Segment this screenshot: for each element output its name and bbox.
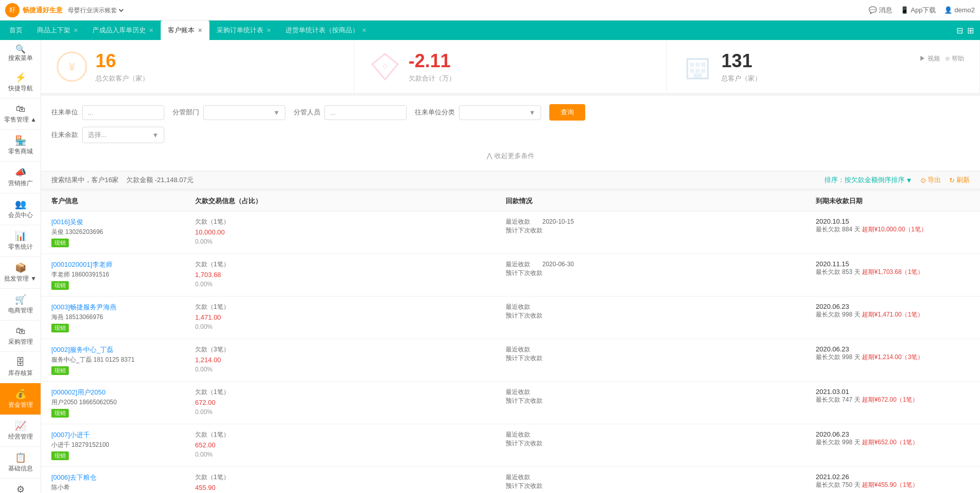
filter-collapse-btn[interactable]: ⋀ 收起更多条件: [51, 149, 970, 163]
filter-input-person[interactable]: ...: [324, 105, 407, 120]
user-avatar[interactable]: 👤 demo2: [944, 6, 975, 14]
collection-next-0: 预计下次收款: [506, 226, 816, 235]
collection-label-3: 最近收款: [506, 345, 816, 354]
customer-name-2[interactable]: [0003]畅捷服务尹海燕: [51, 303, 195, 312]
sidebar-item-basic-info[interactable]: 📋 基础信息: [0, 447, 41, 479]
query-button[interactable]: 查询: [549, 104, 585, 121]
debt-amount-5[interactable]: 652.00: [195, 441, 506, 449]
tab-close-purchase[interactable]: ✕: [266, 27, 271, 34]
cell-debt-3: 欠款（3笔） 1,214.00 0.00%: [195, 345, 506, 373]
tab-close-customer[interactable]: ✕: [198, 27, 202, 34]
app-icon: 📱: [900, 6, 909, 14]
sidebar-item-system[interactable]: ⚙ 系统管理: [0, 479, 41, 493]
app-download-btn[interactable]: 📱 App下载: [900, 6, 936, 15]
message-btn[interactable]: 💬 消息: [869, 6, 892, 15]
filter-select-dept[interactable]: ▼: [203, 105, 285, 120]
collection-label-6: 最近收款: [506, 473, 816, 482]
filter-select-balance[interactable]: 选择... ▼: [82, 127, 164, 143]
filter-input-unit[interactable]: ...: [82, 105, 164, 120]
debt-amount-2[interactable]: 1,471.00: [195, 313, 506, 321]
sidebar-search[interactable]: 🔍 搜索菜单: [0, 40, 41, 67]
stat-card-total-customers: 131 总客户（家） ▶ 视频 ⊙ 帮助: [667, 40, 980, 93]
cell-customer-2: [0003]畅捷服务尹海燕 海燕 18513066976 现销: [51, 303, 195, 332]
tab-customer-account[interactable]: 客户账本 ✕: [161, 21, 209, 40]
tab-purchase-order[interactable]: 采购订单统计表 ✕: [209, 21, 278, 40]
overdue-amount-2[interactable]: 超期¥1,471.00（1笔）: [862, 311, 924, 318]
sidebar-item-purchase[interactable]: 🛍 采购管理: [0, 321, 41, 352]
collection-label-2: 最近收款: [506, 303, 816, 311]
video-btn[interactable]: ▶ 视频: [919, 54, 939, 63]
sidebar-item-members[interactable]: 👥 会员中心: [0, 193, 41, 225]
svg-rect-10: [701, 69, 705, 73]
ecommerce-icon: 🛒: [15, 294, 26, 305]
customer-name-4[interactable]: [000002]用户2050: [51, 388, 195, 397]
tab-close-products[interactable]: ✕: [149, 27, 153, 34]
sidebar-item-marketing[interactable]: 📣 营销推广: [0, 162, 41, 193]
customer-name-3[interactable]: [0002]服务中心_丁磊: [51, 345, 195, 354]
customer-name-5[interactable]: [0007]小进千: [51, 430, 195, 440]
tab-expand-icon[interactable]: ⊞: [967, 26, 974, 35]
overdue-amount-1[interactable]: 超期¥1,703.68（1笔）: [862, 268, 924, 275]
main-layout: 🔍 搜索菜单 ⚡ 快捷导航 🛍 零售管理 ▲ 🏪 零售商城 📣 营销推广 👥 会…: [0, 40, 980, 493]
debt-amount-1[interactable]: 1,703.68: [195, 271, 506, 279]
debt-amount-6[interactable]: 455.90: [195, 484, 506, 491]
filter-row-1: 往来单位 ... 分管部门 ▼ 分管人员 ...: [51, 104, 970, 121]
debt-percent-5: 0.00%: [195, 451, 506, 458]
due-date-5: 2020.06.23: [816, 430, 970, 438]
debt-amount-0[interactable]: 10,000.00: [195, 228, 506, 236]
collection-label-1: 最近收款 2020-06-30: [506, 260, 816, 269]
svg-rect-9: [696, 69, 700, 73]
sidebar-item-inventory[interactable]: 🗄 库存核算: [0, 352, 41, 383]
sidebar-item-finance[interactable]: 💰 资金管理: [0, 383, 41, 415]
sidebar-item-operations[interactable]: 📈 经营管理: [0, 415, 41, 447]
sidebar-item-quick-nav[interactable]: ⚡ 快捷导航: [0, 67, 41, 98]
tab-home[interactable]: 首页: [2, 21, 30, 40]
tab-products[interactable]: 产成品入库单历史 ✕: [85, 21, 161, 40]
collection-next-4: 预计下次收款: [506, 397, 816, 405]
stat-number-debt-customers: 16: [95, 50, 338, 72]
overdue-amount-0[interactable]: 超期¥10,000.00（1笔）: [862, 226, 927, 233]
stat-number-debt-total: -2.11: [409, 50, 651, 72]
store-select[interactable]: 母婴行业演示账套: [66, 6, 125, 14]
debt-amount-3[interactable]: 1,214.00: [195, 356, 506, 364]
sort-button[interactable]: 排序：按欠款金额倒序排序 ▼: [824, 175, 912, 185]
retail-stats-icon: 📊: [15, 230, 26, 242]
customer-name-6[interactable]: [0006]去下粮仓: [51, 473, 195, 482]
sidebar-item-retail-mall[interactable]: 🏪 零售商城: [0, 130, 41, 162]
tab-close-inbound[interactable]: ✕: [362, 27, 367, 34]
wholesale-icon: 📦: [15, 262, 26, 273]
debt-info-1: 欠款（1笔）: [195, 260, 506, 269]
help-btn[interactable]: ⊙ 帮助: [945, 54, 964, 63]
tab-collapse-icon[interactable]: ⊟: [956, 26, 963, 35]
overdue-amount-4[interactable]: 超期¥672.00（1笔）: [862, 396, 918, 403]
refresh-icon: ↻: [949, 176, 955, 184]
tab-goods[interactable]: 商品上下架 ✕: [30, 21, 85, 40]
sidebar-item-retail-mgmt[interactable]: 🛍 零售管理 ▲: [0, 98, 41, 130]
sidebar-item-retail-stats[interactable]: 📊 零售统计: [0, 225, 41, 257]
export-button[interactable]: ⊙ 导出: [920, 175, 941, 185]
col-header-due: 到期未收款日期: [816, 196, 970, 206]
finance-icon: 💰: [15, 388, 26, 400]
overdue-amount-5[interactable]: 超期¥652.00（1笔）: [862, 439, 918, 446]
stat-info-debt-total: -2.11 欠款合计（万）: [409, 50, 651, 83]
sidebar-item-wholesale[interactable]: 📦 批发管理 ▼: [0, 257, 41, 289]
tab-inbound-stats[interactable]: 进货单统计表（按商品） ✕: [278, 21, 374, 40]
overdue-amount-6[interactable]: 超期¥455.90（1笔）: [862, 481, 918, 488]
filter-item-balance: 往来余款 选择... ▼: [51, 127, 164, 143]
tab-close-goods[interactable]: ✕: [73, 27, 78, 34]
refresh-button[interactable]: ↻ 刷新: [949, 175, 970, 185]
customer-phone-2: 海燕 18513066976: [51, 313, 195, 322]
filter-select-category[interactable]: ▼: [459, 105, 541, 120]
debt-info-3: 欠款（3笔）: [195, 345, 506, 354]
customer-name-1[interactable]: [0001020001]李老师: [51, 260, 195, 269]
debt-amount-4[interactable]: 672.00: [195, 399, 506, 406]
customer-name-0[interactable]: [0016]吴俊: [51, 218, 195, 227]
customer-phone-4: 用户2050 18665062050: [51, 398, 195, 407]
overdue-amount-3[interactable]: 超期¥1,214.00（3笔）: [862, 353, 924, 361]
stat-icon-diamond: ◇: [370, 51, 400, 82]
sidebar-item-ecommerce[interactable]: 🛒 电商管理: [0, 289, 41, 321]
cell-collection-0: 最近收款 2020-10-15 预计下次收款: [506, 218, 816, 235]
due-date-6: 2021.02.26: [816, 473, 970, 481]
export-icon: ⊙: [920, 176, 926, 184]
table-row: [0003]畅捷服务尹海燕 海燕 18513066976 现销 欠款（1笔） 1…: [41, 297, 980, 339]
